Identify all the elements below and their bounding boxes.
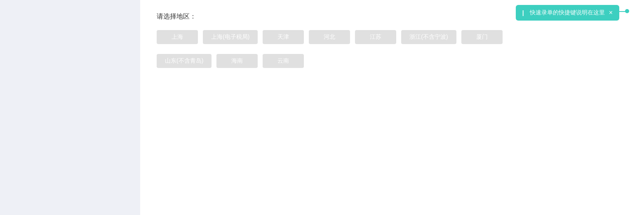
- region-btn-zhejiang[interactable]: 浙江(不含宁波): [401, 30, 456, 44]
- dot-indicator: [625, 9, 629, 13]
- region-btn-shanghai[interactable]: 上海: [157, 30, 198, 44]
- region-btn-tianjin[interactable]: 天津: [263, 30, 304, 44]
- region-btn-jiangsu[interactable]: 江苏: [355, 30, 396, 44]
- region-btn-yunnan[interactable]: 云南: [263, 54, 304, 68]
- region-btn-shanghai-etax[interactable]: 上海(电子税局): [203, 30, 258, 44]
- region-btn-xiamen[interactable]: 厦门: [461, 30, 503, 44]
- region-btn-hainan[interactable]: 海南: [216, 54, 258, 68]
- left-sidebar: [0, 0, 140, 215]
- region-grid: 上海 上海(电子税局) 天津 河北 江苏 浙江(不含宁波) 厦门 山东(不含青岛…: [157, 30, 628, 68]
- region-btn-hebei[interactable]: 河北: [309, 30, 350, 44]
- tooltip-close-button[interactable]: ×: [609, 9, 613, 16]
- tooltip-text: 快速录单的快捷键说明在这里: [530, 9, 605, 16]
- tooltip-banner: 快速录单的快捷键说明在这里 ×: [516, 5, 619, 21]
- main-content: 请选择地区： 上海 上海(电子税局) 天津 河北 江苏 浙江(不含宁波) 厦门 …: [140, 0, 644, 215]
- region-btn-shandong[interactable]: 山东(不含青岛): [157, 54, 212, 68]
